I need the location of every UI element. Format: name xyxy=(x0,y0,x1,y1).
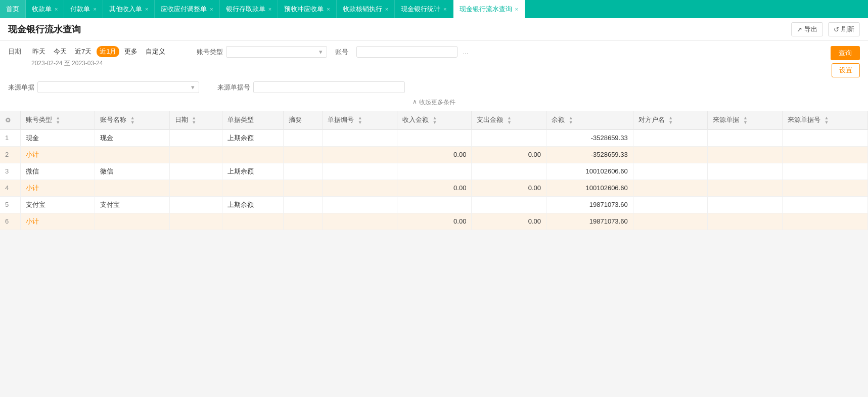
source-doc-num-label: 来源单据号 xyxy=(217,83,250,92)
page-header: 现金银行流水查询 ↗ 导出 ↺ 刷新 xyxy=(0,18,868,41)
table-row: 3微信微信上期余额100102606.60 xyxy=(0,163,868,180)
sort-icon: ▲▼ xyxy=(743,116,748,125)
nav-other-income[interactable]: 其他收入单 × xyxy=(103,0,155,18)
export-button[interactable]: ↗ 导出 xyxy=(791,22,823,36)
settings-button[interactable]: 设置 xyxy=(832,63,860,77)
query-button[interactable]: 查询 xyxy=(831,46,860,60)
nav-receipt-exec[interactable]: 收款核销执行 × xyxy=(337,0,395,18)
sort-icon: ▲▼ xyxy=(56,116,60,125)
source-doc-num-input[interactable] xyxy=(253,81,405,93)
source-doc-select[interactable]: ▾ xyxy=(37,81,199,93)
close-icon[interactable]: × xyxy=(93,6,96,12)
refresh-button[interactable]: ↺ 刷新 xyxy=(828,22,860,36)
close-icon[interactable]: × xyxy=(385,6,388,12)
source-doc-no-cell xyxy=(782,180,867,196)
sort-icon: ▲▼ xyxy=(432,116,437,125)
counterpart-cell xyxy=(633,163,708,180)
account-type-label: 账号类型 xyxy=(197,48,223,57)
doc-type-cell: 上期余额 xyxy=(222,129,283,147)
summary-cell xyxy=(283,163,322,180)
nav-cash-bank-stat[interactable]: 现金银行统计 × xyxy=(395,0,453,18)
summary-cell xyxy=(283,196,322,213)
collapse-bar[interactable]: ∧ 收起更多条件 xyxy=(8,96,860,108)
collapse-up-icon: ∧ xyxy=(413,98,417,107)
date-cell xyxy=(169,163,222,180)
expense-cell xyxy=(472,129,546,147)
th-balance[interactable]: 余额 ▲▼ xyxy=(546,111,633,129)
close-icon[interactable]: × xyxy=(145,6,148,12)
close-icon[interactable]: × xyxy=(515,6,518,12)
th-doc-no[interactable]: 单据编号 ▲▼ xyxy=(323,111,397,129)
account-name-cell: 现金 xyxy=(95,129,170,147)
sort-icon: ▲▼ xyxy=(569,116,573,125)
account-type-select[interactable]: ▾ xyxy=(226,46,327,58)
th-summary[interactable]: 摘要 xyxy=(283,111,322,129)
nav-receipt[interactable]: 收款单 × xyxy=(26,0,64,18)
counterpart-cell xyxy=(633,196,708,213)
table-row: 2小计0.000.00-3528659.33 xyxy=(0,146,868,163)
account-input[interactable] xyxy=(356,46,458,58)
doc-type-cell xyxy=(222,146,283,163)
expense-cell xyxy=(472,163,546,180)
th-gear[interactable]: ⚙ xyxy=(0,111,20,129)
shortcut-1month[interactable]: 近1月 xyxy=(97,46,119,57)
date-cell xyxy=(169,180,222,196)
sort-icon: ▲▼ xyxy=(192,116,196,125)
shortcut-today[interactable]: 今天 xyxy=(51,46,70,57)
shortcut-7days[interactable]: 近7天 xyxy=(72,46,95,57)
date-cell xyxy=(169,196,222,213)
account-dots-button[interactable]: ... xyxy=(461,48,470,56)
th-source-doc-no[interactable]: 来源单据号 ▲▼ xyxy=(782,111,867,129)
th-account-type[interactable]: 账号类型 ▲▼ xyxy=(20,111,95,129)
balance-cell: 100102606.60 xyxy=(546,163,633,180)
th-expense[interactable]: 支出金额 ▲▼ xyxy=(472,111,546,129)
close-icon[interactable]: × xyxy=(443,6,446,12)
shortcut-custom[interactable]: 自定义 xyxy=(143,46,168,57)
source-doc-no-cell xyxy=(782,146,867,163)
source-doc-no-cell xyxy=(782,196,867,213)
nav-payment[interactable]: 付款单 × xyxy=(64,0,103,18)
doc-type-cell xyxy=(222,213,283,230)
doc-no-cell xyxy=(323,196,397,213)
account-name-cell xyxy=(95,180,170,196)
account-name-cell: 支付宝 xyxy=(95,196,170,213)
sort-icon: ▲▼ xyxy=(358,116,362,125)
income-cell xyxy=(397,196,472,213)
close-icon[interactable]: × xyxy=(55,6,58,12)
doc-type-cell: 上期余额 xyxy=(222,163,283,180)
sort-icon: ▲▼ xyxy=(824,116,829,125)
date-range-display: 2023-02-24 至 2023-03-24 xyxy=(31,60,103,67)
th-doc-type[interactable]: 单据类型 xyxy=(222,111,283,129)
doc-no-cell xyxy=(323,129,397,147)
th-source-doc[interactable]: 来源单据 ▲▼ xyxy=(708,111,783,129)
shortcut-more[interactable]: 更多 xyxy=(121,46,141,57)
row-num: 6 xyxy=(0,213,20,230)
th-date[interactable]: 日期 ▲▼ xyxy=(169,111,222,129)
expense-cell: 0.00 xyxy=(472,180,546,196)
date-label: 日期 xyxy=(8,47,26,56)
expense-cell: 0.00 xyxy=(472,213,546,230)
chevron-down-icon: ▾ xyxy=(191,83,195,91)
counterpart-cell xyxy=(633,180,708,196)
nav-home[interactable]: 首页 xyxy=(0,0,26,18)
account-type-cell: 支付宝 xyxy=(20,196,95,213)
nav-prepaid-offset[interactable]: 预收冲应收单 × xyxy=(278,0,336,18)
gear-icon[interactable]: ⚙ xyxy=(5,116,11,124)
source-doc-cell xyxy=(708,180,783,196)
nav-ar-ap-adjust[interactable]: 应收应付调整单 × xyxy=(155,0,219,18)
nav-bank-deposit[interactable]: 银行存取款单 × xyxy=(220,0,278,18)
th-counterpart[interactable]: 对方户名 ▲▼ xyxy=(633,111,708,129)
th-account-name[interactable]: 账号名称 ▲▼ xyxy=(95,111,170,129)
income-cell: 0.00 xyxy=(397,146,472,163)
source-doc-no-cell xyxy=(782,129,867,147)
close-icon[interactable]: × xyxy=(268,6,271,12)
account-type-cell: 小计 xyxy=(20,146,95,163)
shortcut-yesterday[interactable]: 昨天 xyxy=(29,46,49,57)
balance-cell: -3528659.33 xyxy=(546,146,633,163)
th-income[interactable]: 收入金额 ▲▼ xyxy=(397,111,472,129)
close-icon[interactable]: × xyxy=(327,6,330,12)
close-icon[interactable]: × xyxy=(210,6,213,12)
date-cell xyxy=(169,146,222,163)
nav-cash-bank-flow[interactable]: 现金银行流水查询 × xyxy=(453,0,525,18)
data-table: ⚙ 账号类型 ▲▼ 账号名称 ▲▼ 日期 ▲▼ 单据类型 摘 xyxy=(0,111,868,230)
